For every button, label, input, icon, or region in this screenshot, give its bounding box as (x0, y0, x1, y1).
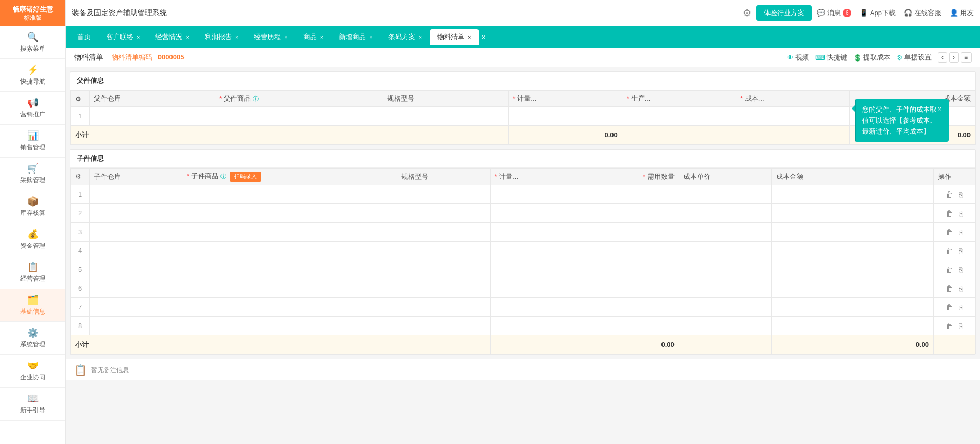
child-spec-8[interactable] (397, 317, 490, 335)
nav-tab-new_goods[interactable]: 新增商品× (332, 29, 379, 45)
settings-icon[interactable]: ⚙ (743, 7, 751, 19)
child-goods-info-icon[interactable]: ⓘ (220, 173, 226, 179)
child-spec-4[interactable] (397, 242, 490, 260)
tab-close-operation_status[interactable]: × (186, 34, 189, 40)
child-unit-6[interactable] (490, 279, 574, 298)
tab-close-barcode[interactable]: × (419, 34, 422, 40)
child-delete-2[interactable]: 🗑 (944, 209, 955, 218)
child-delete-5[interactable]: 🗑 (944, 266, 955, 274)
list-view-button[interactable]: ≡ (961, 52, 972, 63)
child-unit-1[interactable] (490, 185, 574, 204)
child-goods-8[interactable] (182, 317, 397, 335)
sidebar-item-guide[interactable]: 📖 新手引导 (0, 388, 65, 421)
child-delete-7[interactable]: 🗑 (944, 303, 955, 311)
child-goods-6[interactable] (182, 279, 397, 298)
child-copy-8[interactable]: ⎘ (957, 322, 965, 330)
child-goods-1[interactable] (182, 185, 397, 204)
online-service-button[interactable]: 🎧 在线客服 (904, 8, 941, 18)
child-amount-2[interactable] (771, 204, 933, 223)
nav-tab-bom[interactable]: 物料清单× (430, 29, 478, 45)
child-goods-3[interactable] (182, 223, 397, 242)
scan-input-button[interactable]: 扫码录入 (230, 172, 261, 182)
parent-col-settings[interactable]: ⚙ (71, 91, 90, 107)
child-unit-2[interactable] (490, 204, 574, 223)
child-warehouse-4[interactable] (90, 242, 182, 260)
parent-goods-1[interactable] (215, 107, 383, 126)
child-amount-1[interactable] (771, 185, 933, 204)
child-copy-1[interactable]: ⎘ (957, 190, 965, 199)
child-copy-6[interactable]: ⎘ (957, 284, 965, 293)
parent-spec-1[interactable] (383, 107, 508, 126)
child-warehouse-7[interactable] (90, 298, 182, 317)
child-goods-4[interactable] (182, 242, 397, 260)
message-button[interactable]: 💬 消息 6 (817, 8, 851, 18)
sidebar-item-inventory[interactable]: 📦 库存核算 (0, 190, 65, 223)
nav-tab-operation_status[interactable]: 经营情况× (148, 29, 196, 45)
child-unit-cost-7[interactable] (679, 298, 771, 317)
parent-produce-1[interactable] (622, 107, 736, 126)
child-unit-cost-2[interactable] (679, 204, 771, 223)
child-amount-7[interactable] (771, 298, 933, 317)
child-copy-3[interactable]: ⎘ (957, 228, 965, 236)
child-unit-cost-1[interactable] (679, 185, 771, 204)
tab-close-profit[interactable]: × (235, 34, 238, 40)
sidebar-item-operation[interactable]: 📋 经营管理 (0, 256, 65, 289)
tooltip-close-button[interactable]: × (938, 104, 941, 114)
child-spec-6[interactable] (397, 279, 490, 298)
child-spec-7[interactable] (397, 298, 490, 317)
prev-page-button[interactable]: ‹ (938, 52, 947, 63)
child-qty-4[interactable] (574, 242, 679, 260)
child-warehouse-5[interactable] (90, 260, 182, 279)
child-goods-7[interactable] (182, 298, 397, 317)
child-spec-1[interactable] (397, 185, 490, 204)
child-unit-8[interactable] (490, 317, 574, 335)
nav-tab-home[interactable]: 首页 (70, 29, 98, 45)
child-qty-5[interactable] (574, 260, 679, 279)
child-amount-5[interactable] (771, 260, 933, 279)
sidebar-item-marketing[interactable]: 📢 营销推广 (0, 92, 65, 125)
child-amount-6[interactable] (771, 279, 933, 298)
goods-info-icon[interactable]: ⓘ (253, 95, 259, 102)
child-amount-3[interactable] (771, 223, 933, 242)
nav-tab-customer[interactable]: 客户联络× (99, 29, 147, 45)
child-amount-8[interactable] (771, 317, 933, 335)
parent-warehouse-1[interactable] (90, 107, 215, 126)
sidebar-item-finance[interactable]: 💰 资金管理 (0, 223, 65, 256)
sidebar-item-search[interactable]: 🔍 搜索菜单 (0, 26, 65, 59)
tab-close-history[interactable]: × (284, 34, 287, 40)
child-delete-6[interactable]: 🗑 (944, 284, 955, 293)
view-action[interactable]: 👁 视频 (787, 53, 809, 62)
doc-settings-action[interactable]: ⚙ 单据设置 (897, 53, 932, 62)
user-menu[interactable]: 👤 用友 (950, 8, 974, 18)
sidebar-item-basic[interactable]: 🗂️ 基础信息 (0, 289, 65, 322)
child-warehouse-8[interactable] (90, 317, 182, 335)
child-unit-4[interactable] (490, 242, 574, 260)
child-qty-2[interactable] (574, 204, 679, 223)
nav-tab-history[interactable]: 经营历程× (247, 29, 295, 45)
child-delete-4[interactable]: 🗑 (944, 247, 955, 255)
child-copy-5[interactable]: ⎘ (957, 266, 965, 274)
child-unit-cost-8[interactable] (679, 317, 771, 335)
child-copy-4[interactable]: ⎘ (957, 247, 965, 255)
nav-close-button[interactable]: × (482, 33, 486, 41)
app-download-button[interactable]: 📱 App下载 (860, 8, 896, 18)
child-unit-cost-3[interactable] (679, 223, 771, 242)
child-qty-6[interactable] (574, 279, 679, 298)
shortcut-action[interactable]: ⌨ 快捷键 (815, 53, 847, 62)
tab-close-goods[interactable]: × (320, 34, 323, 40)
parent-unit-1[interactable] (508, 107, 622, 126)
trial-button[interactable]: 体验行业方案 (756, 5, 812, 21)
tab-close-bom[interactable]: × (468, 34, 471, 40)
child-delete-1[interactable]: 🗑 (944, 190, 955, 199)
child-warehouse-1[interactable] (90, 185, 182, 204)
child-qty-7[interactable] (574, 298, 679, 317)
next-page-button[interactable]: › (949, 52, 959, 63)
child-goods-5[interactable] (182, 260, 397, 279)
sidebar-item-system[interactable]: ⚙️ 系统管理 (0, 322, 65, 355)
sidebar-item-quicknav[interactable]: ⚡ 快捷导航 (0, 59, 65, 92)
nav-tab-barcode[interactable]: 条码方案× (381, 29, 429, 45)
child-unit-5[interactable] (490, 260, 574, 279)
child-unit-7[interactable] (490, 298, 574, 317)
child-qty-1[interactable] (574, 185, 679, 204)
nav-tab-goods[interactable]: 商品× (296, 29, 330, 45)
